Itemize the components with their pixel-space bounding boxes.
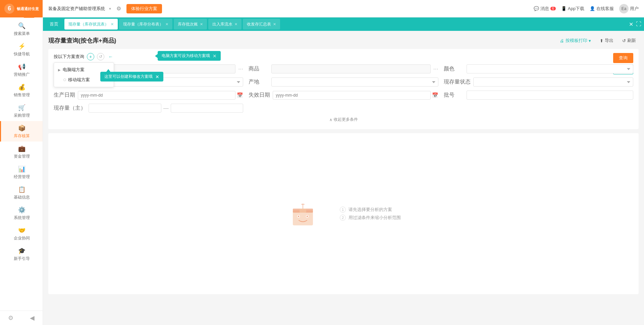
origin-input-wrap [271, 77, 438, 87]
user-name-label: 用户 [630, 6, 639, 12]
sidebar-item-newbie[interactable]: 🎓 新手引导 [0, 244, 43, 264]
stock-range: — [89, 104, 243, 113]
print-template-btn[interactable]: 🖨 按模板打印 ▾ [557, 36, 594, 45]
sidebar-item-purchase[interactable]: 🛒 采购管理 [0, 101, 43, 121]
empty-svg [286, 197, 320, 230]
product-col: 商品 ··· [249, 64, 438, 73]
tab-close-all-icon[interactable]: ✕ [629, 21, 633, 28]
sidebar-item-quick-nav[interactable]: ⚡ 快捷导航 [0, 39, 43, 60]
user-item[interactable]: Ea 用户 [619, 4, 639, 13]
tree-arrow: ▶ [58, 68, 61, 72]
sidebar-item-marketing[interactable]: 📢 营销推广 [0, 60, 43, 80]
edit-tooltip-text: 这里可以创建和修改方案哦 [104, 74, 153, 79]
warehouse-dots[interactable]: ··· [238, 65, 243, 72]
product-input[interactable] [271, 64, 430, 73]
edit-tooltip-close[interactable]: ✕ [155, 74, 159, 79]
system-icon: ⚙️ [18, 206, 25, 214]
tab-expand-icon[interactable]: ⛶ [636, 21, 641, 27]
batch-input[interactable] [467, 91, 633, 100]
origin-col: 产地 [249, 77, 438, 87]
operation-icon: 📊 [18, 165, 25, 173]
batch-input-wrap [467, 91, 633, 100]
tab-close-icon[interactable]: ✕ [234, 22, 237, 26]
stock-range-max[interactable] [171, 104, 244, 113]
app-download-item[interactable]: 📱 App下载 [561, 6, 584, 12]
sidebar-item-finance[interactable]: 💼 资金管理 [0, 142, 43, 162]
flash-icon: ⚡ [18, 43, 25, 50]
sidebar-item-system[interactable]: ⚙️ 系统管理 [0, 203, 43, 223]
tab-inventory-status[interactable]: 现存量（库存状况表） ✕ [64, 19, 118, 30]
tab-label: 库存批次账 [178, 21, 198, 27]
produce-date-input[interactable] [78, 91, 235, 100]
sidebar-item-basic[interactable]: 📋 基础信息 [0, 182, 43, 203]
collapse-up-icon: ∧ [329, 117, 332, 122]
message-icon: 💬 [534, 6, 539, 11]
sidebar-item-label: 基础信息 [14, 195, 30, 200]
stock-range-min[interactable] [89, 104, 161, 113]
message-item[interactable]: 💬 消息 6 [534, 6, 556, 12]
collapse-btn[interactable]: ∧ 收起更多条件 [329, 117, 358, 122]
sidebar-item-search[interactable]: 🔍 搜索菜单 [0, 19, 43, 39]
header-settings-icon[interactable]: ⚙ [116, 5, 121, 12]
add-scheme-btn[interactable]: + [87, 53, 94, 60]
sidebar-item-sales[interactable]: 💰 销售管理 [0, 80, 43, 101]
tab-inout-flow[interactable]: 出入库流水 ✕ [208, 19, 241, 30]
scheme-tooltip-close[interactable]: ✕ [213, 53, 217, 59]
svg-point-8 [307, 216, 308, 217]
scheme-pc-label: 电脑端方案 [63, 67, 85, 73]
sidebar-nav: 🔍 搜索菜单 ⚡ 快捷导航 📢 营销推广 💰 销售管理 🛒 采购管理 📦 库存核… [0, 17, 43, 311]
sidebar-item-label: 销售管理 [14, 92, 30, 98]
tab-label: 现存量（库存状况表） [68, 21, 109, 27]
inventory-icon: 📦 [18, 124, 25, 132]
collapse-sidebar-icon[interactable]: ◀ [30, 314, 35, 322]
produce-calendar-icon[interactable]: 📅 [237, 92, 243, 98]
finance-icon: 💼 [18, 145, 25, 152]
trial-button[interactable]: 体验行业方案 [126, 4, 162, 13]
export-btn[interactable]: ⬆ 导出 [597, 36, 616, 45]
origin-select[interactable] [271, 77, 438, 87]
color-col: 颜色 [444, 64, 633, 73]
page-title: 现存量查询(按仓库+商品) [48, 37, 116, 45]
refresh-icon: ↺ [622, 38, 626, 43]
sidebar-item-label: 库存核算 [14, 133, 30, 139]
tab-summary[interactable]: 收发存汇总表 ✕ [243, 19, 280, 30]
tab-batch-account[interactable]: 库存批次账 ✕ [174, 19, 207, 30]
tab-close-icon[interactable]: ✕ [273, 22, 276, 26]
empty-hint-1: 1 请先选择要分析的方案 [340, 207, 401, 213]
product-label: 商品 [249, 65, 269, 72]
tab-close-icon[interactable]: ✕ [200, 22, 203, 26]
app-download-label: App下载 [568, 6, 584, 12]
tab-close-icon[interactable]: ✕ [165, 22, 168, 26]
color-select[interactable] [467, 64, 633, 73]
result-area: 1 请先选择要分析的方案 2 用过滤条件来缩小分析范围 [48, 133, 639, 294]
tab-home[interactable]: 首页 [44, 17, 64, 31]
product-dots[interactable]: ··· [433, 65, 438, 72]
refresh-scheme-btn[interactable]: ↺ [97, 53, 104, 60]
refresh-btn[interactable]: ↺ 刷新 [620, 36, 639, 45]
sidebar-item-inventory[interactable]: 📦 库存核算 [0, 121, 43, 142]
arrow-left-btn[interactable]: ← [107, 53, 114, 60]
empty-illustration [286, 197, 320, 230]
stock-status-col: 现存量状态 [444, 77, 633, 87]
tab-inventory-dist[interactable]: 现存量（库存分布表） ✕ [119, 19, 172, 30]
sidebar-item-operation[interactable]: 📊 经营管理 [0, 162, 43, 182]
tab-close-icon[interactable]: ✕ [111, 22, 114, 26]
purchase-icon: 🛒 [18, 104, 25, 111]
sidebar-item-label: 营销推广 [14, 72, 30, 77]
online-service-item[interactable]: 👤 在线客服 [590, 6, 614, 12]
stock-status-select[interactable] [473, 77, 633, 87]
settings-bottom-icon[interactable]: ⚙ [8, 314, 13, 322]
batch-col: 批号 [444, 91, 633, 100]
sidebar-item-label: 企业协同 [14, 235, 30, 241]
avatar: Ea [619, 4, 629, 13]
sidebar-item-label: 新手引导 [14, 256, 30, 262]
expire-calendar-icon[interactable]: 📅 [432, 92, 438, 98]
sidebar-item-enterprise[interactable]: 🤝 企业协同 [0, 223, 43, 244]
system-dropdown-icon[interactable]: ▾ [109, 6, 111, 11]
app-icon: 📱 [561, 6, 567, 11]
search-button[interactable]: 查询 [613, 53, 633, 63]
stock-main-col: 现存量（主） — [54, 104, 243, 113]
filter-row-4: 现存量（主） — [54, 104, 633, 113]
expire-date-input[interactable] [273, 91, 430, 100]
marketing-icon: 📢 [18, 63, 25, 70]
